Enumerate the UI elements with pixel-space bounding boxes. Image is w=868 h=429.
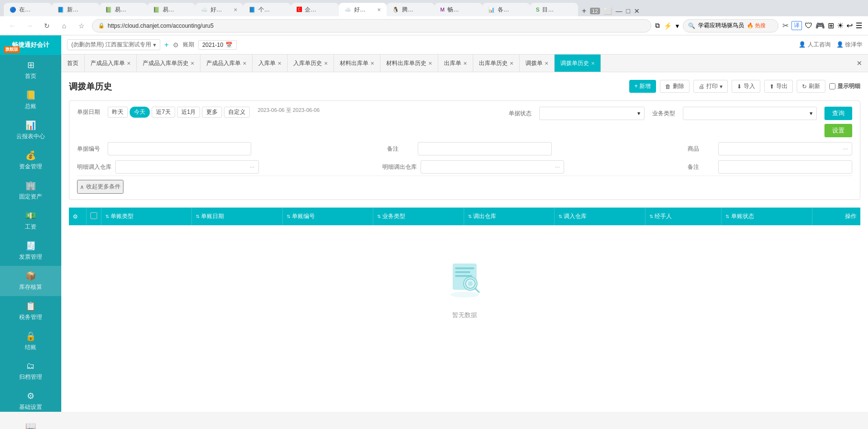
app-tab-inbound-hist1[interactable]: 产成品入库单历史 ✕ [137,55,200,72]
sidebar-item-tax[interactable]: 📋 税务管理 [0,296,61,326]
close-window-button[interactable]: ✕ [634,7,640,15]
maximize-button[interactable]: □ [626,7,630,15]
browser-tab-12[interactable]: S 目… [530,3,578,16]
date-btn-7days[interactable]: 近7天 [152,107,175,118]
tab-close-8[interactable]: ✕ [377,7,381,12]
tab-nav-close-all[interactable]: ✕ [851,59,868,67]
status-select[interactable]: ▾ [539,107,645,120]
inbound-hist2-tab-close[interactable]: ✕ [324,61,328,66]
sidebar-item-ledger[interactable]: 📒 总账 [0,85,61,115]
sidebar-item-report[interactable]: 📊 云报表中心 [0,115,61,145]
export-button[interactable]: ⬆ 导出 [764,80,793,93]
delete-button[interactable]: 🗑 删除 [660,80,690,93]
col-no-header[interactable]: ⇅ 单账编号 [282,208,373,225]
nav-home-button[interactable]: ⌂ [57,19,71,33]
sidebar-item-inventory[interactable]: 📦 库存核算 [0,266,61,296]
date-btn-yesterday[interactable]: 昨天 [108,107,128,118]
transfer1-tab-close[interactable]: ✕ [545,61,548,66]
app-tab-out1[interactable]: 出库单 ✕ [438,55,473,72]
browser-tab-9[interactable]: 🐧 腾… [387,3,434,16]
import-button[interactable]: ⬇ 导入 [732,80,760,93]
material-out1-tab-close[interactable]: ✕ [370,61,374,66]
col-type-header[interactable]: ⇅ 单账类型 [101,208,192,225]
app-tab-home[interactable]: 首页 [61,55,85,72]
to-warehouse-dots[interactable]: ··· [555,164,560,170]
sidebar-item-archive[interactable]: 🗂 归档管理 [0,356,61,386]
settings-gear-icon[interactable]: ⚙ [173,41,179,49]
user-info[interactable]: 👤 徐泽华 [836,41,862,49]
sidebar-item-fund[interactable]: 💰 资金管理 [0,145,61,176]
show-detail-checkbox[interactable] [829,83,835,89]
browser-tab-11[interactable]: 📊 各… [482,3,530,16]
setting-button[interactable]: 设置 [824,124,852,137]
sidebar-item-asset[interactable]: 🏢 固定资产 [0,176,61,206]
nav-back-button[interactable]: ← [6,19,19,33]
app-tab-transfer-hist[interactable]: 调拨单历史 ✕ [555,55,601,72]
shield-icon[interactable]: 🛡 [805,22,812,30]
sidebar-item-guide[interactable]: 📖 新手引导 [0,416,61,429]
nav-forward-button[interactable]: → [23,19,36,33]
app-tab-inbound2[interactable]: 产成品入库单 ✕ [200,55,253,72]
date-btn-custom[interactable]: 自定义 [224,107,250,118]
sidebar-item-home[interactable]: ⊞ 首页 [0,55,61,85]
nav-star-button[interactable]: ☆ [75,19,88,33]
from-warehouse-select[interactable]: ··· [115,160,259,174]
browser-tab-4[interactable]: 📗 易… [147,3,195,16]
print-button[interactable]: 🖨 打印 ▾ [693,80,728,93]
to-warehouse-select[interactable]: ··· [421,160,564,174]
out-hist1-tab-close[interactable]: ✕ [510,61,513,66]
out1-tab-close[interactable]: ✕ [463,61,467,66]
browser-tab-1[interactable]: 🔵 在… [4,3,52,16]
app-tab-material-out-hist1[interactable]: 材料出库单历史 ✕ [380,55,438,72]
browser-tab-7[interactable]: 🅲 企… [291,3,339,16]
sidebar-item-settings[interactable]: ⚙ 基础设置 [0,386,61,416]
remark2-input[interactable] [718,160,852,174]
col-out-warehouse-header[interactable]: ⇅ 调出仓库 [464,208,555,225]
col-check-header[interactable] [86,208,101,225]
query-button[interactable]: 查询 [824,107,852,120]
date-btn-more[interactable]: 更多 [202,107,222,118]
browser-tab-2[interactable]: 📘 新… [52,3,100,16]
app-tab-inbound-hist2[interactable]: 入库单历史 ✕ [288,55,334,72]
col-status-header[interactable]: ⇅ 单账状态 [722,208,812,225]
inbound2-tab-close[interactable]: ✕ [243,61,246,66]
tab-menu-button[interactable]: ⬜ [604,7,612,15]
col-handler-header[interactable]: ⇅ 经手人 [645,208,722,225]
new-button[interactable]: + 新增 [629,80,656,93]
menu-icon[interactable]: ☰ [856,21,862,30]
goods-select[interactable]: ··· [718,142,852,155]
minimize-button[interactable]: — [616,7,623,15]
game-icon[interactable]: 🎮 [815,21,825,30]
inbound3-tab-close[interactable]: ✕ [278,61,281,66]
company-selector[interactable]: (勿删勿禁用) 江西服宝测试专用 ▾ [67,39,160,50]
goods-dots[interactable]: ··· [843,145,848,152]
app-tab-out-hist1[interactable]: 出库单历史 ✕ [473,55,520,72]
tab-close-5[interactable]: ✕ [234,7,237,12]
inbound-hist1-tab-close[interactable]: ✕ [190,61,194,66]
app-tab-material-out1[interactable]: 材料出库单 ✕ [334,55,380,72]
app-tab-transfer1[interactable]: 调拨单 ✕ [520,55,555,72]
add-company-button[interactable]: + [164,41,168,49]
col-biztype-header[interactable]: ⇅ 业务类型 [373,208,464,225]
cut-icon[interactable]: ✂ [782,21,789,30]
grid-icon[interactable]: ⊞ [828,21,834,30]
translate-icon[interactable]: 译 [791,21,802,30]
col-date-header[interactable]: ⇅ 单账日期 [192,208,283,225]
browser-tab-3[interactable]: 📗 易… [100,3,147,16]
date-btn-today[interactable]: 今天 [130,107,150,118]
col-gear-header[interactable]: ⚙ [69,208,86,225]
doc-no-input[interactable] [108,142,251,155]
app-tab-inbound1[interactable]: 产成品入库单 ✕ [85,55,137,72]
remark-input[interactable] [418,142,552,155]
inbound1-tab-close[interactable]: ✕ [127,61,131,66]
col-in-warehouse-header[interactable]: ⇅ 调入仓库 [555,208,645,225]
sidebar-item-close[interactable]: 🔒 结账 [0,326,61,356]
url-bar[interactable]: 🔒 https://cloud.chanjet.com/accounting/u… [92,19,651,33]
period-selector[interactable]: 2021-10 📅 [198,40,237,50]
collapse-button[interactable]: ∧ 收起更多条件 [77,180,123,194]
browser-tab-8[interactable]: ☁️ 好… ✕ [339,3,387,16]
browser-search-box[interactable]: 🔍 学霸应聘场驱鸟员 🔥 热搜 [683,19,779,33]
extensions-icon[interactable]: ⧉ [655,22,660,30]
from-warehouse-dots[interactable]: ··· [250,164,255,170]
select-all-checkbox[interactable] [90,212,97,219]
